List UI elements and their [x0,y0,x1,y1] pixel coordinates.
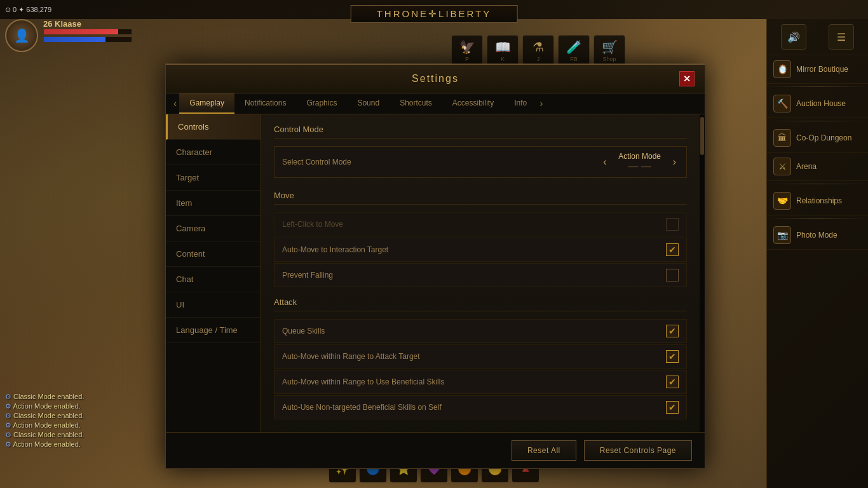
tab-shortcuts[interactable]: Shortcuts [390,93,442,114]
tab-bar: ‹ Gameplay Notifications Graphics Sound … [166,93,705,114]
auto-move-attack-checkbox[interactable]: ✔ [666,350,679,363]
char-info: 26 Klaase [43,19,132,44]
settings-close-button[interactable]: ✕ [679,71,695,86]
tab-notifications[interactable]: Notifications [234,93,296,114]
photo-label: Photo Mode [796,231,837,240]
auction-icon: 🔨 [773,95,791,112]
setting-row-auto-use-nontargeted: Auto-Use Non-targeted Beneficial Skills … [274,395,687,419]
auto-move-attack-label: Auto-Move within Range to Attack Target [282,352,666,361]
tab-prev-button[interactable]: ‹ [171,94,179,113]
quick-btn-3[interactable]: ⚗J [522,35,554,67]
relationships-label: Relationships [796,196,842,205]
right-panel-item-photo[interactable]: 📷 Photo Mode [767,221,868,250]
right-panel-item-dungeon[interactable]: 🏛 Co-Op Dungeon [767,124,868,152]
nav-item[interactable]: Item [166,191,261,216]
arena-label: Arena [796,162,817,171]
char-level-name: 26 Klaase [43,19,132,29]
mode-prev-button[interactable]: ‹ [600,156,609,168]
nav-language[interactable]: Language / Time [166,318,261,343]
setting-row-queue-skills: Queue Skills ✔ [274,319,687,343]
relationships-icon: 🤝 [773,192,791,210]
chat-line-4: Action Mode enabled. [5,421,84,430]
left-click-label: Left-Click to Move [282,220,666,229]
quick-bar: 🦅P 📖K ⚗J 🧪FB 🛒Shop [451,35,625,67]
tab-next-button[interactable]: › [537,94,545,113]
separator-4 [767,218,868,219]
queue-skills-checkbox[interactable]: ✔ [666,325,679,337]
character-panel: 👤 26 Klaase [5,19,158,52]
setting-row-prevent-falling: Prevent Falling [274,263,687,287]
separator-3 [767,184,868,184]
scroll-track[interactable] [700,114,705,432]
coordinates: ⊙ 0 ✦ 638,279 [5,6,51,14]
mode-value: Action Mode [614,152,665,161]
auto-use-nontargeted-checkbox[interactable]: ✔ [666,401,679,414]
right-panel-item-arena[interactable]: ⚔ Arena [767,152,868,181]
settings-nav: Controls Character Target Item Camera Co… [166,114,261,432]
nav-content[interactable]: Content [166,241,261,267]
scroll-thumb [700,117,704,155]
avatar: 👤 [5,19,38,52]
quick-btn-4[interactable]: 🧪FB [558,35,590,67]
nav-ui[interactable]: UI [166,292,261,318]
auto-use-nontargeted-label: Auto-Use Non-targeted Beneficial Skills … [282,403,666,412]
chat-line-6: Action Mode enabled. [5,440,84,449]
mirror-label: Mirror Boutique [796,65,848,74]
mp-bar [44,37,105,42]
chat-log: Classic Mode enabled. Action Mode enable… [5,393,84,450]
nav-chat[interactable]: Chat [166,267,261,292]
dungeon-label: Co-Op Dungeon [796,133,851,142]
settings-content: Control Mode Select Control Mode ‹ Actio… [261,114,700,432]
nav-controls[interactable]: Controls [166,114,261,140]
mp-bar-container [43,36,132,43]
settings-title: Settings [191,73,679,85]
auction-label: Auction House [796,99,846,108]
settings-footer: Reset All Reset Controls Page [166,432,705,468]
tab-graphics[interactable]: Graphics [296,93,347,114]
tab-gameplay[interactable]: Gameplay [179,93,234,114]
tab-info[interactable]: Info [504,93,537,114]
left-click-checkbox[interactable] [666,218,679,231]
tab-sound[interactable]: Sound [347,93,390,114]
setting-row-auto-move-attack: Auto-Move within Range to Attack Target … [274,344,687,369]
chat-line-3: Classic Mode enabled. [5,412,84,420]
right-panel-top: 🔊 ☰ [767,19,868,55]
setting-row-auto-move-beneficial: Auto-Move within Range to Use Beneficial… [274,370,687,394]
mode-next-button[interactable]: › [670,156,679,168]
settings-header: Settings ✕ [166,65,705,93]
separator-2 [767,121,868,121]
hp-bar [44,29,118,34]
auto-move-interaction-checkbox[interactable]: ✔ [666,243,679,256]
menu-icon-btn[interactable]: ☰ [829,24,854,50]
auto-move-beneficial-checkbox[interactable]: ✔ [666,376,679,388]
control-mode-nav: ‹ Action Mode — — › [600,152,679,172]
quick-btn-5[interactable]: 🛒Shop [593,35,625,67]
quick-btn-1[interactable]: 🦅P [451,35,483,67]
mode-value-display: Action Mode — — [614,152,665,172]
attack-title: Attack [274,297,687,311]
prevent-falling-checkbox[interactable] [666,269,679,281]
arena-icon: ⚔ [773,158,791,175]
nav-character[interactable]: Character [166,140,261,165]
mirror-icon: 🪞 [773,60,791,78]
right-panel-item-mirror[interactable]: 🪞 Mirror Boutique [767,55,868,84]
separator-1 [767,86,868,87]
nav-target[interactable]: Target [166,165,261,191]
control-mode-row: Select Control Mode ‹ Action Mode — — › [274,146,687,178]
reset-controls-page-button[interactable]: Reset Controls Page [584,440,692,461]
select-control-label: Select Control Mode [282,158,600,166]
setting-row-left-click: Left-Click to Move [274,212,687,236]
reset-all-button[interactable]: Reset All [512,440,576,461]
right-panel: 🔊 ☰ 🪞 Mirror Boutique 🔨 Auction House 🏛 … [766,19,868,488]
setting-row-auto-move-interaction: Auto-Move to Interaction Target ✔ [274,238,687,262]
tab-accessibility[interactable]: Accessibility [442,93,504,114]
photo-icon: 📷 [773,226,791,244]
right-panel-item-relationships[interactable]: 🤝 Relationships [767,187,868,215]
quick-btn-2[interactable]: 📖K [487,35,519,67]
dungeon-icon: 🏛 [773,129,791,147]
queue-skills-label: Queue Skills [282,327,666,336]
chat-line-2: Action Mode enabled. [5,402,84,410]
sound-icon-btn[interactable]: 🔊 [781,24,806,50]
right-panel-item-auction[interactable]: 🔨 Auction House [767,90,868,118]
nav-camera[interactable]: Camera [166,216,261,241]
